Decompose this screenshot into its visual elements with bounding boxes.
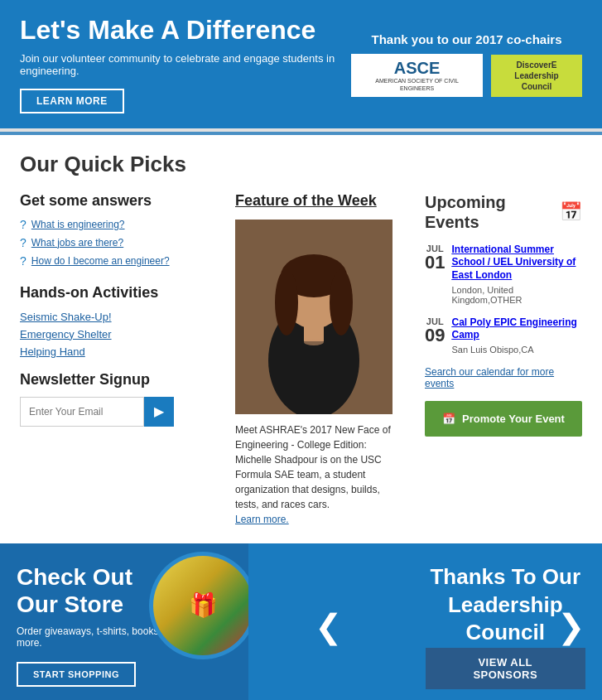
feature-column: Feature of the Week [219, 192, 425, 527]
carousel-controls: ❮ [248, 543, 409, 700]
learn-more-button[interactable]: LEARN MORE [20, 89, 124, 113]
email-input[interactable] [20, 397, 144, 427]
thank-you-title: Thank you to our 2017 co-chairs [351, 31, 582, 48]
event-name-1: International Summer School / UEL Univer… [451, 244, 582, 282]
event-link-2[interactable]: Cal Poly EPIC Engineering Camp [451, 316, 576, 341]
calendar-add-icon: 📅 [442, 413, 455, 425]
event-name-2: Cal Poly EPIC Engineering Camp [451, 316, 582, 342]
newsletter-title: Newsletter Signup [20, 371, 219, 389]
newsletter-form: ▶ [20, 397, 219, 427]
event-info-2: Cal Poly EPIC Engineering Camp San Luis … [451, 316, 582, 355]
store-title-text: Check OutOur Store [17, 564, 132, 618]
hands-on-links: Seismic Shake-Up! Emergency Shelter Help… [20, 310, 219, 358]
promote-btn-wrapper: 📅 Promote Your Event [425, 401, 582, 437]
event-item-1: JUL 01 International Summer School / UEL… [425, 244, 582, 305]
search-calendar-link[interactable]: Search our calendar for more events [425, 366, 582, 389]
how-to-become-link[interactable]: How do I become an engineer? [31, 255, 170, 267]
question-icon: ? [20, 236, 26, 249]
arrow-right-icon: ▶ [154, 403, 164, 419]
svg-point-7 [304, 339, 324, 345]
event-date-2: JUL 09 [425, 316, 445, 355]
asce-text: ASCE [359, 59, 474, 78]
feature-image [235, 220, 393, 414]
calendar-icon: 📅 [560, 201, 582, 223]
emergency-shelter-link[interactable]: Emergency Shelter [20, 328, 112, 340]
svg-point-5 [330, 269, 353, 336]
get-answers-title: Get some answers [20, 192, 219, 210]
feature-person-svg [235, 220, 393, 414]
carousel-next-wrapper: ❯ [549, 599, 594, 654]
list-item: ? What is engineering? [20, 218, 219, 231]
event-info-1: International Summer School / UEL Univer… [451, 244, 582, 305]
promote-label: Promote Your Event [462, 413, 565, 425]
feature-title-link[interactable]: Feature of the Week [235, 192, 377, 209]
hero-left: Let's Make A Difference Join our volunte… [20, 15, 351, 113]
list-item: ? What jobs are there? [20, 236, 219, 249]
feature-title: Feature of the Week [235, 192, 408, 210]
event-location-2: San Luis Obispo,CA [451, 345, 582, 355]
feature-caption: Meet ASHRAE's 2017 New Face of Engineeri… [235, 422, 401, 527]
event-item-2: JUL 09 Cal Poly EPIC Engineering Camp Sa… [425, 316, 582, 355]
list-item: Emergency Shelter [20, 327, 219, 340]
event-day-1: 01 [425, 253, 445, 272]
events-title: UpcomingEvents [425, 192, 506, 232]
list-item: ? How do I become an engineer? [20, 254, 219, 268]
store-section: Check OutOur Store Order giveaways, t-sh… [0, 543, 248, 700]
quick-picks-section: Our Quick Picks Get some answers ? What … [0, 132, 602, 543]
newsletter-submit-button[interactable]: ▶ [144, 397, 174, 427]
view-all-sponsors-button[interactable]: VIEW ALL SPONSORS [426, 648, 586, 689]
bottom-section: Check OutOur Store Order giveaways, t-sh… [0, 543, 602, 700]
start-shopping-button[interactable]: START SHOPPING [17, 662, 136, 687]
events-header: UpcomingEvents 📅 [425, 192, 582, 232]
list-item: Seismic Shake-Up! [20, 310, 219, 323]
hero-subtitle: Join our volunteer community to celebrat… [20, 52, 351, 77]
hero-banner: Let's Make A Difference Join our volunte… [0, 0, 602, 128]
feature-caption-text: Meet ASHRAE's 2017 New Face of Engineeri… [235, 424, 391, 510]
question-icon: ? [20, 254, 26, 268]
event-day-2: 09 [425, 326, 445, 345]
feature-learn-more-link[interactable]: Learn more. [235, 514, 289, 525]
what-jobs-link[interactable]: What jobs are there? [31, 237, 123, 249]
seismic-link[interactable]: Seismic Shake-Up! [20, 311, 112, 323]
svg-rect-6 [304, 323, 324, 341]
discovere-logo: DiscoverELeadership Council [491, 55, 582, 97]
store-products-image: 🎁 [153, 556, 248, 655]
list-item: Helping Hand [20, 345, 219, 358]
store-image-circle: 🎁 [149, 552, 248, 659]
event-location-1: London, United Kingdom,OTHER [451, 285, 582, 305]
hands-on-title: Hands-on Activities [20, 284, 219, 302]
hero-right: Thank you to our 2017 co-chairs ASCE AME… [351, 31, 582, 97]
helping-hand-link[interactable]: Helping Hand [20, 345, 85, 358]
quick-picks-grid: Get some answers ? What is engineering? … [20, 192, 582, 527]
events-column: UpcomingEvents 📅 JUL 01 International Su… [425, 192, 582, 527]
qp-left-column: Get some answers ? What is engineering? … [20, 192, 219, 527]
carousel-prev-button[interactable]: ❮ [306, 599, 351, 654]
svg-point-4 [275, 269, 298, 336]
question-icon: ? [20, 218, 26, 231]
asce-logo: ASCE AMERICAN SOCIETY OF CIVIL ENGINEERS [351, 54, 483, 97]
event-link-1[interactable]: International Summer School / UEL Univer… [451, 244, 576, 281]
what-is-engineering-link[interactable]: What is engineering? [31, 219, 125, 230]
asce-subtext: AMERICAN SOCIETY OF CIVIL ENGINEERS [359, 78, 474, 92]
partner-logos: ASCE AMERICAN SOCIETY OF CIVIL ENGINEERS… [351, 54, 582, 97]
get-answers-links: ? What is engineering? ? What jobs are t… [20, 218, 219, 268]
carousel-next-button[interactable]: ❯ [549, 599, 594, 654]
hero-title: Let's Make A Difference [20, 15, 351, 46]
event-date-1: JUL 01 [425, 244, 445, 305]
quick-picks-title: Our Quick Picks [20, 152, 582, 177]
promote-event-button[interactable]: 📅 Promote Your Event [428, 404, 579, 433]
discovere-text: DiscoverELeadership Council [514, 60, 558, 91]
